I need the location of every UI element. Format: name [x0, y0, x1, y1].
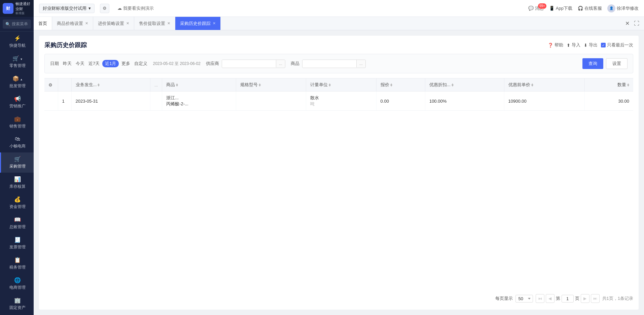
app-download-button[interactable]: 📱 App下载 [549, 5, 572, 11]
tab-price-close[interactable]: ✕ [85, 21, 88, 26]
sidebar-item-label: 库存核算 [9, 184, 26, 189]
tab-fullscreen-button[interactable]: ⛶ [632, 19, 641, 28]
topbar-settings-button[interactable]: ⚙ [100, 4, 109, 13]
per-page-select[interactable]: 10 20 50 100 [515, 295, 533, 303]
page-first-button[interactable]: ⏮ [536, 294, 544, 303]
sort-up-icon-discount [452, 83, 454, 85]
only-last-checkbox[interactable]: ✓ 只看最后一次 [601, 42, 633, 48]
date-opt-last7[interactable]: 近7天 [87, 60, 101, 67]
col-more-header[interactable]: ... [150, 78, 162, 92]
filter-bar: 日期 昨天 今天 近7天 近1月 更多 自定义 2023-05-02 至 202… [44, 54, 633, 73]
sidebar-item-retail[interactable]: 🛒 ▾ 零售管理 [0, 52, 34, 72]
sidebar-item-ecommerce-small[interactable]: 🛍 小畅电商 [0, 133, 34, 152]
sidebar-item-finance[interactable]: 💰 资金管理 [0, 193, 34, 213]
import-button[interactable]: ⬆ 导入 [567, 42, 580, 48]
page-prev-button[interactable]: ◀ [546, 294, 554, 303]
tab-sale-price-close[interactable]: ✕ [167, 21, 170, 26]
settings-button[interactable]: 设置 [606, 58, 628, 69]
sidebar-item-invoice[interactable]: 🧾 发票管理 [0, 233, 34, 253]
col-discount[interactable]: 优惠折扣... [425, 78, 504, 92]
col-product-label: 商品 [166, 82, 175, 88]
col-more-icon[interactable]: ... [154, 83, 158, 88]
page-total: 共1页，1条记录 [602, 295, 633, 302]
user-menu[interactable]: 👤 徐泽华修改 [607, 4, 639, 12]
col-quantity-sort[interactable]: 数量 [589, 82, 629, 88]
sidebar-search-area[interactable]: 🔍 搜索菜单 [0, 17, 34, 32]
sidebar-item-ecommerce[interactable]: 🌐 电商管理 [0, 274, 34, 294]
sidebar-item-tax[interactable]: 📋 税务管理 [0, 253, 34, 274]
import-icon: ⬆ [567, 43, 570, 48]
col-spec-sort[interactable]: 规格型号 [240, 82, 302, 88]
sidebar-search-button[interactable]: 🔍 搜索菜单 [3, 20, 31, 29]
demo-button[interactable]: ☁ 我要看实例演示 [117, 5, 154, 11]
col-spec[interactable]: 规格型号 [236, 78, 306, 92]
col-unit[interactable]: 计量单位 [306, 78, 376, 92]
tab-close-all-button[interactable]: ✕ [622, 19, 632, 28]
tab-sale-price[interactable]: 售价提取设置 ✕ [134, 17, 175, 30]
tab-purchase-strategy[interactable]: 进价策略设置 ✕ [93, 17, 134, 30]
date-opt-yesterday[interactable]: 昨天 [62, 60, 73, 67]
sidebar-item-label: 零售管理 [9, 63, 26, 69]
page-last-button[interactable]: ⏭ [591, 294, 600, 303]
col-price[interactable]: 报价 [376, 78, 425, 92]
export-button[interactable]: ⬇ 导出 [584, 42, 598, 48]
only-last-label: 只看最后一次 [607, 42, 633, 48]
content-inner: 采购历史价跟踪 ❓ 帮助 ⬆ 导入 ⬇ 导出 ✓ [39, 36, 639, 310]
sort-down-icon-price [390, 85, 392, 86]
date-opt-last1m[interactable]: 近1月 [102, 60, 119, 67]
query-button[interactable]: 查询 [582, 58, 603, 69]
messages-button[interactable]: 💬 消息 99+ [528, 5, 544, 11]
sidebar-item-inventory[interactable]: 📊 库存核算 [0, 173, 34, 193]
sidebar-item-wholesale[interactable]: 📦 ▴ 批发管理 [0, 72, 34, 92]
sort-up-icon-price [390, 83, 392, 85]
supplier-input[interactable] [222, 60, 276, 68]
col-price-sort[interactable]: 报价 [381, 82, 421, 88]
tab-home[interactable]: 首页 [34, 17, 52, 30]
supplier-more-btn[interactable]: ... [276, 60, 285, 67]
sort-icon-discount [452, 83, 454, 86]
date-filter: 日期 昨天 今天 近7天 近1月 更多 自定义 2023-05-02 至 202… [50, 60, 201, 67]
product-more-btn[interactable]: ... [356, 60, 365, 67]
sidebar-item-quick-nav[interactable]: ⚡ 快捷导航 [0, 32, 34, 52]
col-date-sort[interactable]: 业务发生... [76, 82, 146, 88]
sort-icon-spec [259, 83, 261, 86]
page-actions: ❓ 帮助 ⬆ 导入 ⬇ 导出 ✓ 只看最后一次 [548, 42, 633, 48]
tab-history-price[interactable]: 采购历史价跟踪 ✕ [175, 17, 221, 30]
col-unit-sort[interactable]: 计量单位 [310, 82, 372, 88]
tab-history-price-close[interactable]: ✕ [213, 21, 216, 26]
tabbar: 首页 商品价格设置 ✕ 进价策略设置 ✕ 售价提取设置 ✕ 采购历史价跟踪 ✕ … [34, 17, 644, 30]
date-opt-custom[interactable]: 自定义 [133, 60, 149, 67]
message-icon: 💬 [528, 6, 534, 11]
supplier-input-wrap: ... [222, 60, 285, 68]
sidebar-item-ledger[interactable]: 📖 总账管理 [0, 213, 34, 233]
row-date-cell: 2023-05-31 [71, 92, 150, 111]
tab-purchase-strategy-close[interactable]: ✕ [126, 21, 129, 26]
date-opt-today[interactable]: 今天 [74, 60, 86, 67]
sidebar-item-assets[interactable]: 🏢 固定资产 [0, 294, 34, 314]
sidebar-item-marketing[interactable]: 📢 营销推广 [0, 92, 34, 112]
col-date[interactable]: 业务发生... [71, 78, 150, 92]
date-opt-more[interactable]: 更多 [120, 60, 132, 67]
sidebar-item-sales[interactable]: 💼 销售管理 [0, 112, 34, 133]
col-product[interactable]: 商品 [162, 78, 236, 92]
online-service-button[interactable]: 🎧 在线客服 [578, 5, 602, 11]
col-discount-sort[interactable]: 优惠折扣... [429, 82, 500, 88]
tab-sale-price-label: 售价提取设置 [139, 21, 165, 27]
col-unit-price[interactable]: 优惠前单价 [504, 78, 585, 92]
page-label: 第 [556, 295, 560, 302]
col-unit-price-label: 优惠前单价 [508, 82, 530, 88]
col-settings[interactable]: ⚙ [44, 78, 58, 92]
col-quantity[interactable]: 数量 [585, 78, 633, 92]
page-next-button[interactable]: ▶ [581, 294, 589, 303]
page-input[interactable] [562, 295, 574, 303]
version-selector[interactable]: 好业财标准版交付试用 ▾ [39, 4, 95, 13]
supplier-filter: 供应商 ... [206, 60, 285, 68]
help-button[interactable]: ❓ 帮助 [548, 42, 563, 48]
col-product-sort[interactable]: 商品 [166, 82, 232, 88]
tab-price[interactable]: 商品价格设置 ✕ [52, 17, 93, 30]
sidebar-item-purchase[interactable]: 🛒 采购管理 [0, 152, 34, 173]
col-unit-price-sort[interactable]: 优惠前单价 [508, 82, 581, 88]
product-input[interactable] [302, 60, 356, 68]
sort-down-icon-product [176, 85, 178, 86]
main-area: 好业财标准版交付试用 ▾ ⚙ ☁ 我要看实例演示 💬 消息 99+ 📱 App下… [34, 0, 644, 315]
